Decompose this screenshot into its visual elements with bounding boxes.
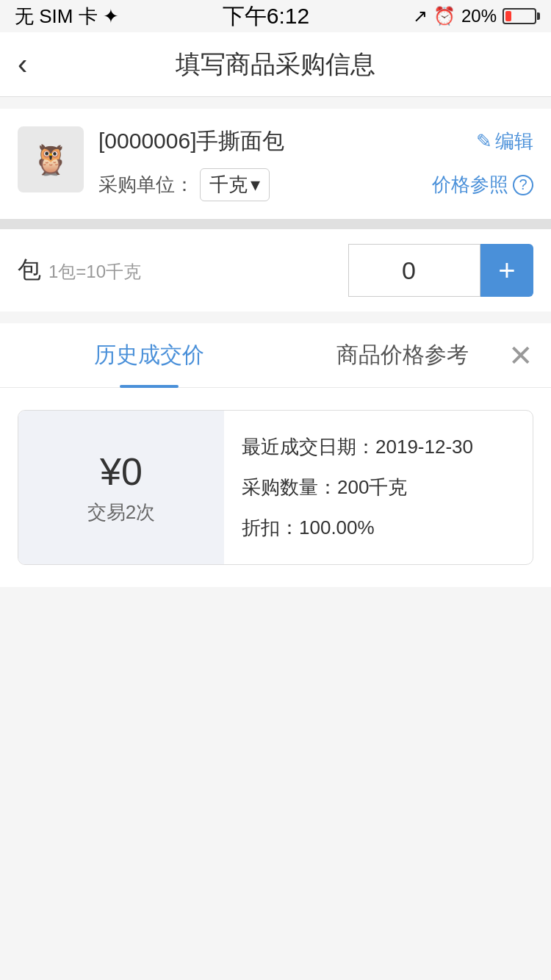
alarm-icon: ⏰ xyxy=(433,6,455,26)
battery-percent: 20% xyxy=(461,6,497,26)
status-time: 下午6:12 xyxy=(223,1,309,32)
edit-icon: ✎ xyxy=(476,130,492,153)
quantity-input[interactable] xyxy=(348,244,480,297)
tab-section: 历史成交价 商品价格参考 ✕ ¥0 交易2次 最近成交日期：2019-12-30… xyxy=(0,323,551,587)
detail-quantity-value: 200千克 xyxy=(337,476,407,498)
card-left: ¥0 交易2次 xyxy=(18,411,224,564)
detail-date-label: 最近成交日期： xyxy=(242,436,375,458)
page-title: 填写商品采购信息 xyxy=(176,48,375,82)
product-logo: 🦉 xyxy=(32,143,69,177)
quantity-input-group: + xyxy=(348,244,533,297)
product-image: 🦉 xyxy=(18,126,84,192)
tab-header: 历史成交价 商品价格参考 ✕ xyxy=(0,323,551,388)
status-left: 无 SIM 卡 ✦ xyxy=(15,4,119,29)
no-sim-text: 无 SIM 卡 ✦ xyxy=(15,4,119,29)
edit-button[interactable]: ✎ 编辑 xyxy=(476,129,533,154)
section-divider xyxy=(0,219,551,229)
quantity-unit-label: 包 xyxy=(18,254,41,287)
product-info: [0000006]手撕面包 ✎ 编辑 采购单位： 千克 ▾ 价格参照 ? xyxy=(98,126,533,201)
tab-product-price-ref-label: 商品价格参考 xyxy=(336,340,469,370)
transaction-count: 交易2次 xyxy=(87,500,155,525)
battery-icon xyxy=(503,8,536,24)
card-right: 最近成交日期：2019-12-30 采购数量：200千克 折扣：100.00% xyxy=(224,411,533,564)
product-name: [0000006]手撕面包 xyxy=(98,126,284,156)
card-area: ¥0 交易2次 最近成交日期：2019-12-30 采购数量：200千克 折扣：… xyxy=(0,388,551,587)
unit-value: 千克 xyxy=(209,172,248,198)
dropdown-arrow-icon: ▾ xyxy=(251,173,260,196)
tab-history-price-label: 历史成交价 xyxy=(94,340,204,370)
status-bar: 无 SIM 卡 ✦ 下午6:12 ↗ ⏰ 20% xyxy=(0,0,551,32)
nav-bar: ‹ 填写商品采购信息 xyxy=(0,32,551,97)
detail-quantity-row: 采购数量：200千克 xyxy=(242,473,515,502)
tab-active-indicator xyxy=(120,385,179,388)
quantity-label-group: 包 1包=10千克 xyxy=(18,254,141,287)
edit-label: 编辑 xyxy=(495,129,533,154)
detail-discount-label: 折扣： xyxy=(242,516,299,538)
tab-product-price-ref[interactable]: 商品价格参考 xyxy=(276,323,529,388)
status-right: ↗ ⏰ 20% xyxy=(413,6,536,26)
back-button[interactable]: ‹ xyxy=(18,48,27,81)
quantity-section: 包 1包=10千克 + xyxy=(0,229,551,311)
tab-close-button[interactable]: ✕ xyxy=(508,339,533,372)
detail-date-row: 最近成交日期：2019-12-30 xyxy=(242,433,515,461)
product-row: 🦉 [0000006]手撕面包 ✎ 编辑 采购单位： 千克 ▾ xyxy=(18,126,533,201)
detail-discount-row: 折扣：100.00% xyxy=(242,514,515,542)
location-icon: ↗ xyxy=(413,6,428,26)
purchase-unit-left: 采购单位： 千克 ▾ xyxy=(98,168,270,201)
detail-quantity-label: 采购数量： xyxy=(242,476,337,498)
unit-select-dropdown[interactable]: 千克 ▾ xyxy=(200,168,270,201)
product-name-row: [0000006]手撕面包 ✎ 编辑 xyxy=(98,126,533,156)
battery-fill xyxy=(505,11,511,21)
quantity-note: 1包=10千克 xyxy=(48,260,141,284)
detail-date-value: 2019-12-30 xyxy=(375,436,473,458)
price-reference-button[interactable]: 价格参照 ? xyxy=(432,172,533,198)
quantity-plus-button[interactable]: + xyxy=(480,244,533,297)
price-ref-label: 价格参照 xyxy=(432,172,508,198)
help-icon: ? xyxy=(513,175,533,195)
purchase-unit-row: 采购单位： 千克 ▾ 价格参照 ? xyxy=(98,168,533,201)
detail-discount-value: 100.00% xyxy=(299,516,375,538)
purchase-unit-label: 采购单位： xyxy=(98,172,194,198)
transaction-card: ¥0 交易2次 最近成交日期：2019-12-30 采购数量：200千克 折扣：… xyxy=(18,410,533,565)
transaction-price: ¥0 xyxy=(100,450,143,494)
product-id: [0000006] xyxy=(98,129,196,153)
product-title: 手撕面包 xyxy=(196,129,284,153)
tab-history-price[interactable]: 历史成交价 xyxy=(22,323,276,388)
product-section: 🦉 [0000006]手撕面包 ✎ 编辑 采购单位： 千克 ▾ xyxy=(0,109,551,219)
